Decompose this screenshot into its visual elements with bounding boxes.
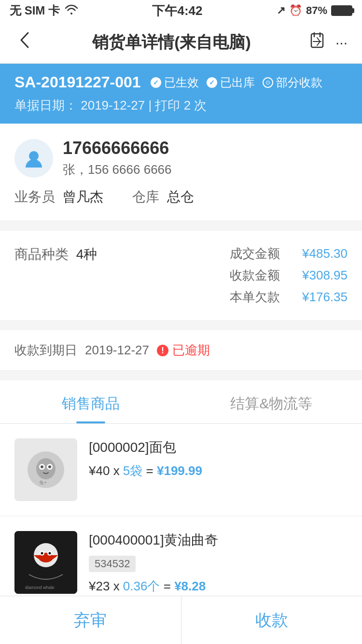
page-title: 销货单详情(来自电脑) — [92, 31, 251, 54]
svg-text:diamond whale: diamond whale — [25, 585, 55, 590]
check-icon-2: ✓ — [207, 77, 217, 88]
types-count: 4种 — [76, 247, 97, 262]
order-date: 2019-12-27 — [81, 98, 145, 112]
owed-row: 本单欠款 ¥176.35 — [230, 289, 348, 306]
overdue-icon: ! — [157, 345, 168, 356]
salesperson-value: 曾凡杰 — [63, 189, 103, 204]
overdue-text: 已逾期 — [172, 342, 210, 359]
product-item-1: 兔+ [0000002]面包 ¥40 x 5袋 = ¥199.99 — [0, 424, 362, 516]
svg-point-6 — [41, 465, 43, 468]
share-button[interactable] — [308, 32, 326, 53]
product-image-1: 兔+ — [14, 438, 77, 501]
carrier-text: 无 SIM 卡 — [10, 3, 60, 18]
due-section: 收款到期日 2019-12-27 ! 已逾期 — [0, 330, 362, 371]
products-list: 兔+ [0000002]面包 ¥40 x 5袋 = ¥199.99 — [0, 424, 362, 609]
due-label: 收款到期日 — [14, 342, 77, 359]
price-x-1: x — [113, 463, 123, 478]
alarm-icon: ⏰ — [289, 4, 302, 17]
svg-text:兔+: 兔+ — [39, 480, 47, 485]
status-badges: ✓ 已生效 ✓ 已出库 ⊙ 部分收款 — [151, 75, 322, 90]
nav-actions: ··· — [308, 32, 348, 53]
qty-1: 5袋 — [123, 463, 142, 478]
svg-point-3 — [36, 458, 56, 479]
location-icon: ↗ — [277, 4, 285, 17]
warehouse-value: 总仓 — [167, 189, 194, 204]
svg-point-15 — [49, 552, 51, 555]
total-1: ¥199.99 — [157, 463, 202, 478]
product-image-2: diamond whale — [14, 531, 77, 594]
warehouse-field: 仓库 总仓 — [132, 188, 194, 206]
clock-icon: ⊙ — [263, 77, 273, 88]
time-display: 下午4:42 — [152, 2, 202, 19]
bottom-bar: 弃审 收款 — [0, 596, 362, 644]
back-button[interactable] — [14, 26, 35, 58]
due-date: 2019-12-27 — [85, 343, 149, 358]
customer-phone: 17666666666 — [63, 138, 172, 158]
status-shipped: ✓ 已出库 — [207, 75, 255, 90]
owed-value: ¥176.35 — [290, 290, 348, 305]
product-placeholder-1: 兔+ — [14, 438, 77, 501]
tabs-container: 销售商品 结算&物流等 — [0, 380, 362, 424]
financial-summary: 成交金额 ¥485.30 收款金额 ¥308.95 本单欠款 ¥176.35 — [230, 245, 348, 306]
received-label: 收款金额 — [230, 267, 280, 284]
types-label: 商品种类 — [14, 247, 69, 262]
customer-name: 张，156 6666 6666 — [63, 161, 172, 178]
banner-date-row: 单据日期： 2019-12-27 | 打印 2 次 — [14, 97, 348, 114]
equals-1: = — [146, 463, 157, 478]
equals-2: = — [164, 579, 174, 593]
status-right: ↗ ⏰ 87% — [277, 4, 352, 17]
summary-section: 商品种类 4种 成交金额 ¥485.30 收款金额 ¥308.95 本单欠款 ¥… — [0, 231, 362, 321]
salesperson-field: 业务员 曾凡杰 — [14, 188, 103, 206]
total-2: ¥8.28 — [174, 579, 206, 593]
qty-2: 0.36个 — [123, 579, 160, 593]
reject-button[interactable]: 弃审 — [0, 596, 181, 644]
collect-button[interactable]: 收款 — [181, 596, 362, 644]
received-row: 收款金额 ¥308.95 — [230, 267, 348, 284]
customer-section: 17666666666 张，156 6666 6666 业务员 曾凡杰 仓库 总… — [0, 124, 362, 221]
warehouse-label: 仓库 — [132, 189, 159, 204]
nav-bar: 销货单详情(来自电脑) ··· — [0, 21, 362, 64]
svg-point-7 — [48, 465, 51, 468]
product-price-2: ¥23 x 0.36个 = ¥8.28 — [89, 578, 348, 595]
print-info: | 打印 2 次 — [148, 98, 207, 112]
price-x-2: x — [113, 579, 123, 593]
tab-settlement[interactable]: 结算&物流等 — [181, 380, 362, 423]
product-name-1: [0000002]面包 — [89, 438, 348, 457]
wifi-icon — [65, 4, 78, 17]
more-button[interactable]: ··· — [335, 34, 348, 51]
status-partial: ⊙ 部分收款 — [263, 75, 322, 90]
battery-percent: 87% — [306, 4, 327, 17]
product-types: 商品种类 4种 — [14, 245, 97, 264]
received-value: ¥308.95 — [290, 268, 348, 283]
tab-sales-products[interactable]: 销售商品 — [0, 380, 181, 423]
status-bar: 无 SIM 卡 下午4:42 ↗ ⏰ 87% — [0, 0, 362, 21]
owed-label: 本单欠款 — [230, 289, 280, 306]
order-id: SA-20191227-001 — [14, 73, 141, 91]
battery-icon — [331, 5, 352, 16]
product-name-2: [000400001]黄油曲奇 — [89, 531, 348, 549]
product-price-1: ¥40 x 5袋 = ¥199.99 — [89, 462, 348, 479]
product-info-1: [0000002]面包 ¥40 x 5袋 = ¥199.99 — [89, 438, 348, 479]
overdue-badge: ! 已逾期 — [157, 342, 210, 359]
status-effective: ✓ 已生效 — [151, 75, 199, 90]
price-base-1: ¥40 — [89, 463, 110, 478]
svg-point-14 — [41, 552, 43, 555]
salesperson-label: 业务员 — [14, 189, 55, 204]
status-left: 无 SIM 卡 — [10, 3, 78, 18]
price-base-2: ¥23 — [89, 579, 110, 593]
avatar — [14, 139, 53, 178]
check-icon: ✓ — [151, 77, 161, 88]
amount-value: ¥485.30 — [290, 246, 348, 261]
product-info-2: [000400001]黄油曲奇 534532 ¥23 x 0.36个 = ¥8.… — [89, 531, 348, 595]
amount-label: 成交金额 — [230, 245, 280, 262]
header-banner: SA-20191227-001 ✓ 已生效 ✓ 已出库 ⊙ 部分收款 单据日期：… — [0, 64, 362, 124]
customer-meta: 业务员 曾凡杰 仓库 总仓 — [14, 188, 348, 206]
date-label: 单据日期： — [14, 98, 77, 112]
amount-row: 成交金额 ¥485.30 — [230, 245, 348, 262]
product-sku-2: 534532 — [89, 556, 136, 572]
